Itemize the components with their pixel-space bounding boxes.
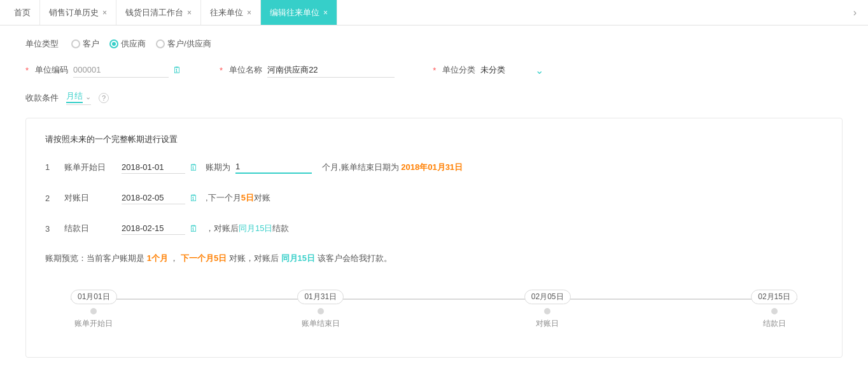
timeline-points: 01月01日 账单开始日 01月31日 账单结束日 02月05日 对账日 02月… [71,290,797,329]
timeline-dot-2 [318,308,324,314]
tab-expand-icon[interactable]: › [847,0,863,25]
category-down-icon: ⌄ [535,64,543,76]
timeline-label-2: 账单结束日 [302,318,340,329]
tab-cashier-workbench[interactable]: 钱货日清工作台 × [116,0,201,25]
close-cashier-workbench[interactable]: × [187,9,192,17]
help-icon[interactable]: ? [99,93,109,103]
tab-sales-history[interactable]: 销售订单历史 × [40,0,116,25]
timeline-tag-1: 01月01日 [71,290,117,304]
tab-home[interactable]: 首页 [5,0,40,25]
timeline-tag-2: 01月31日 [297,290,344,304]
timeline-point-2: 01月31日 账单结束日 [297,290,344,329]
reconcile-date-input[interactable] [122,192,185,204]
preview-text: 账期预览：当前客户账期是 1个月 ， 下一个月5日 对账，对账后 同月15日 该… [45,253,823,264]
timeline-label-1: 账单开始日 [74,318,113,329]
close-edit-partner[interactable]: × [323,9,328,17]
timeline-point-1: 01月01日 账单开始日 [71,290,117,329]
unit-type-radio-group: 客户 供应商 客户/供应商 [71,38,211,50]
timeline-dot-3 [544,308,550,314]
unit-category-select[interactable]: 未分类 ⌄ [480,64,543,76]
radio-customer[interactable]: 客户 [71,38,99,50]
payment-date-wrapper: 🗓 [122,222,198,235]
unit-category-value: 未分类 [480,64,531,76]
tab-bar: 首页 销售订单历史 × 钱货日清工作台 × 往来单位 × 编辑往来单位 × › [0,0,868,25]
pay-condition-value: 月结 [66,90,83,103]
tab-partner-list[interactable]: 往来单位 × [201,0,261,25]
payment-date-input[interactable] [122,222,185,235]
payment-desc: ，对账后同月15日结款 [206,223,289,234]
month-input[interactable] [235,160,312,174]
period-desc-suffix: 个月,账单结束日期为 2018年01月31日 [322,162,463,173]
tab-edit-partner[interactable]: 编辑往来单位 × [261,0,337,25]
unit-code-input[interactable] [73,62,169,78]
period-row-2: 2 对账日 🗓 ,下一个月5日对账 [45,192,823,204]
timeline-point-4: 02月15日 结款日 [751,290,797,329]
radio-customer-circle [71,39,80,48]
timeline-dot-4 [771,308,778,314]
unit-name-input[interactable] [267,62,395,78]
period-end-date: 2018年01月31日 [401,162,463,172]
start-date-icon[interactable]: 🗓 [189,162,198,172]
unit-category-label: 单位分类 [442,64,475,76]
timeline-tag-4: 02月15日 [751,290,797,304]
pay-condition-select[interactable]: 月结 ⌄ [66,90,91,105]
timeline-label-3: 对账日 [536,318,559,329]
payment-date-icon[interactable]: 🗓 [189,223,198,234]
period-desc-prefix: 账期为 [206,162,230,173]
radio-supplier[interactable]: 供应商 [109,38,146,50]
reconcile-date-icon[interactable]: 🗓 [189,193,198,203]
panel-hint: 请按照未来的一个完整帐期进行设置 [45,134,823,145]
close-sales-history[interactable]: × [102,9,107,17]
reconcile-desc: ,下一个月5日对账 [206,192,270,204]
timeline-point-3: 02月05日 对账日 [524,290,571,329]
timeline-label-4: 结款日 [763,318,786,329]
timeline-tag-3: 02月05日 [524,290,571,304]
radio-customer-supplier[interactable]: 客户/供应商 [156,38,211,50]
unit-type-label: 单位类型 [25,38,59,50]
reconcile-date-wrapper: 🗓 [122,192,198,204]
start-date-input[interactable] [122,161,185,174]
main-content: 单位类型 客户 供应商 客户/供应商 * 单位编码 🗓 [0,25,868,387]
period-row-1: 1 账单开始日 🗓 账期为 个月,账单结束日期为 2018年01月31日 [45,160,823,174]
pay-condition-row: 收款条件 月结 ⌄ ? [25,90,843,105]
radio-customer-supplier-circle [156,39,165,48]
timeline: 01月01日 账单开始日 01月31日 账单结束日 02月05日 对账日 02月… [45,277,823,342]
unit-type-row: 单位类型 客户 供应商 客户/供应商 [25,38,843,50]
unit-name-label: 单位名称 [229,64,262,76]
close-partner-list[interactable]: × [247,9,251,17]
unit-code-name-row: * 单位编码 🗓 * 单位名称 * 单位分类 未分类 ⌄ [25,62,843,78]
period-panel: 请按照未来的一个完整帐期进行设置 1 账单开始日 🗓 账期为 个月,账单结束日期… [25,118,843,358]
pay-condition-down-icon: ⌄ [85,93,91,101]
unit-code-icon[interactable]: 🗓 [172,65,181,75]
period-row-3: 3 结款日 🗓 ，对账后同月15日结款 [45,222,823,235]
start-date-wrapper: 🗓 [122,161,198,174]
radio-supplier-circle [109,39,118,48]
timeline-dot-1 [90,308,97,314]
unit-code-label: 单位编码 [35,64,68,76]
unit-code-wrapper: 🗓 [73,62,181,78]
pay-condition-label: 收款条件 [25,92,59,104]
